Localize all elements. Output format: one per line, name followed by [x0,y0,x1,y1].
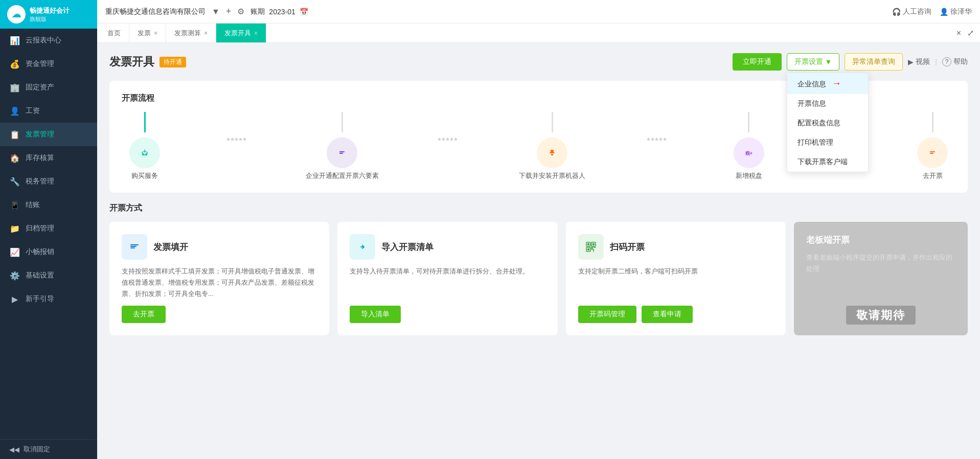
separator: | [935,58,937,66]
menu-item-printer[interactable]: 打印机管理 [787,133,868,152]
step-go-invoice: 去开票 [909,112,955,180]
methods-grid: 发票填开 支持按照发票样式手工填开发票；可开具增值税电子普通发票、增值税普通发票… [109,222,968,335]
sidebar-label-archive: 归档管理 [26,224,54,233]
sidebar-item-tax[interactable]: 🔧 税务管理 [0,170,97,193]
video-label: 视频 [916,57,930,66]
sidebar-item-inventory[interactable]: 🏠 库存核算 [0,146,97,170]
unpin-icon: ◀◀ [9,446,19,453]
svg-rect-15 [130,246,136,247]
tab-invoice-test-close[interactable]: × [204,30,208,37]
method-scan-title: 扫码开票 [610,241,645,253]
main-area: 重庆畅捷交通信息咨询有限公司 ▼ + ⚙ 账期 2023-01 📅 🎧 人工咨询… [97,0,980,459]
import-list-button[interactable]: 导入清单 [350,306,401,323]
step-icon-buy [129,137,160,168]
page-header: 发票开具 待开通 立即开通 开票设置 ▼ 企业信息 [109,53,968,71]
step-buy: 购买服务 [122,112,168,180]
menu-item-tax-disk[interactable]: 配置税盘信息 [787,113,868,133]
scan-buttons: 开票码管理 查看申请 [578,306,773,323]
settings-button[interactable]: 开票设置 ▼ [787,53,840,71]
period-label: 账期 [250,7,265,16]
video-btn[interactable]: ▶ 视频 [908,57,930,66]
tab-expand-btn[interactable]: ⤢ [965,26,976,40]
user-area[interactable]: 👤 徐泽华 [940,7,972,16]
sidebar-nav: 📊 云报表中心 💰 资金管理 🏢 固定资产 👤 工资 📋 发票管理 🏠 [0,29,97,439]
tab-invoice-test[interactable]: 发票测算 × [166,24,216,42]
topbar-right: 🎧 人工咨询 👤 徐泽华 [892,7,972,16]
scan-code-manage-button[interactable]: 开票码管理 [578,306,636,323]
tab-invoice-tool[interactable]: 发票开具 × [216,24,266,42]
sidebar-label-tax: 税务管理 [26,177,54,186]
step-bar-download [552,112,553,132]
step-download: 下载并安装开票机器人 [516,112,588,180]
sidebar-item-report[interactable]: 📈 小畅报销 [0,240,97,264]
tab-invoice-label: 发票 [138,29,151,38]
method-scan-desc: 支持定制开票二维码，客户端可扫码开票 [578,266,773,300]
company-dropdown-icon[interactable]: ▼ [212,7,220,16]
tax-disk-label: 配置税盘信息 [797,119,840,127]
help-btn[interactable]: ? 帮助 [942,57,968,66]
printer-label: 打印机管理 [797,138,833,146]
invoice-icon: 📋 [9,129,20,140]
activate-button[interactable]: 立即开通 [733,53,782,71]
add-company-icon[interactable]: + [226,6,232,17]
sidebar-label-settings: 基础设置 [26,271,54,280]
tab-close-btn[interactable]: × [954,27,963,40]
svg-rect-6 [550,152,555,153]
svg-rect-16 [130,247,135,248]
method-boss-desc: 查看老板端小程序提交的开票申请，并作出相应的处理 [806,252,955,302]
sidebar-label-fund: 资金管理 [26,59,54,68]
fill-invoice-button[interactable]: 去开票 [122,306,166,323]
settings-dropdown-menu: 企业信息 → 开票信息 配置税盘信息 打印机管理 [787,73,869,172]
tab-invoice-close[interactable]: × [154,30,157,37]
method-card-import: 导入开票清单 支持导入待开票清单，可对待开票清单进行拆分、合并处理。 导入清单 [337,222,557,335]
sidebar-label-report: 小畅报销 [26,247,54,257]
step-icon-go-invoice [917,137,948,168]
sidebar-logo[interactable]: ☁ 畅捷通好会计 旗舰版 [0,0,97,29]
step-connector-2 [379,138,517,155]
sidebar-item-invoice[interactable]: 📋 发票管理 [0,123,97,146]
settings-dropdown-arrow: ▼ [825,58,832,66]
step-add-disk: 税+ 新增税盘 [726,112,772,180]
step-label-go-invoice: 去开票 [923,171,943,180]
fixed-assets-icon: 🏢 [9,82,20,93]
sidebar-item-cloud-report[interactable]: 📊 云报表中心 [0,29,97,52]
sidebar-bottom[interactable]: ◀◀ 取消固定 [0,439,97,459]
tab-home[interactable]: 首页 [99,24,129,42]
sidebar-item-guide[interactable]: ▶ 新手引导 [0,287,97,311]
method-boss-header: 老板端开票 [806,234,955,246]
sidebar-item-checkout[interactable]: 📱 结账 [0,193,97,217]
step-label-configure: 企业开通配置开票六要素 [306,171,379,180]
cloud-report-icon: 📊 [9,35,20,46]
sidebar-item-settings[interactable]: ⚙️ 基础设置 [0,264,97,287]
method-import-icon [350,234,375,260]
method-card-boss: 老板端开票 查看老板端小程序提交的开票申请，并作出相应的处理 敬请期待 [794,222,968,335]
consult-label: 人工咨询 [903,7,931,16]
menu-item-invoice-info[interactable]: 开票信息 [787,94,868,113]
sidebar-label-invoice: 发票管理 [26,130,54,139]
sidebar-item-salary[interactable]: 👤 工资 [0,99,97,123]
page-title: 发票开具 [109,54,154,70]
sidebar-item-archive[interactable]: 📁 归档管理 [0,217,97,240]
scan-view-apply-button[interactable]: 查看申请 [642,306,693,323]
calendar-icon[interactable]: 📅 [300,8,308,16]
red-arrow-icon: → [832,78,841,89]
header-actions: 立即开通 开票设置 ▼ 企业信息 → [733,53,968,71]
method-card-scan: 扫码开票 支持定制开票二维码，客户端可扫码开票 开票码管理 查看申请 [566,222,786,335]
sidebar-item-fixed-assets[interactable]: 🏢 固定资产 [0,76,97,99]
tab-invoice-tool-close[interactable]: × [254,30,258,37]
settings-icon: ⚙️ [9,270,20,281]
svg-rect-21 [587,243,589,245]
sidebar: ☁ 畅捷通好会计 旗舰版 📊 云报表中心 💰 资金管理 🏢 固定资产 👤 [0,0,97,459]
menu-item-download-client[interactable]: 下载开票客户端 [787,152,868,172]
menu-item-company-info[interactable]: 企业信息 → [787,73,868,94]
sidebar-item-fund[interactable]: 💰 资金管理 [0,52,97,76]
tab-invoice[interactable]: 发票 × [129,24,166,42]
status-badge: 待开通 [159,57,186,67]
topbar-settings-icon[interactable]: ⚙ [237,7,244,16]
consult-btn[interactable]: 🎧 人工咨询 [892,7,931,16]
company-name[interactable]: 重庆畅捷交通信息咨询有限公司 [105,7,206,16]
method-scan-icon [578,234,604,260]
method-scan-header: 扫码开票 [578,234,773,260]
method-fill-desc: 支持按照发票样式手工填开发票；可开具增值税电子普通发票、增值税普通发票、增值税专… [122,266,317,300]
abnormal-button[interactable]: 异常清单查询 [845,53,903,71]
